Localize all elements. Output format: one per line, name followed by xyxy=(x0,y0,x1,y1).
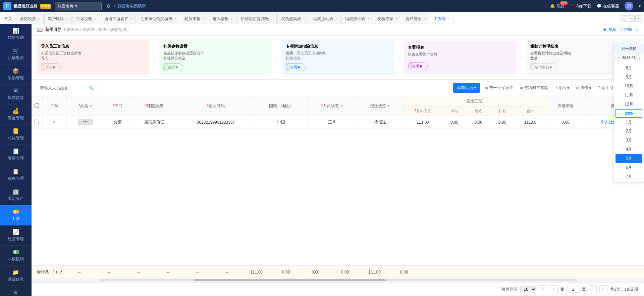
sidebar-label-资金管理: 资金管理 xyxy=(1,115,30,121)
tab-纳税统计表[interactable]: 纳税统计表 × xyxy=(341,13,373,24)
month-5-active[interactable]: 5月 xyxy=(615,154,642,163)
sidebar-item-库存核算[interactable]: 🗄 库存核算 xyxy=(0,85,32,104)
first-page-btn[interactable]: « xyxy=(539,285,547,293)
close-tab-引导说明[interactable]: × xyxy=(94,13,96,24)
close-tab-邀请下游[interactable]: × xyxy=(130,13,132,24)
month-4[interactable]: 4月 xyxy=(615,145,642,154)
tab-next-btn[interactable]: › xyxy=(628,15,635,22)
sidebar-item-小畅电商[interactable]: 🛒 小畅电商 xyxy=(0,44,32,65)
sidebar-label-采购管理: 采购管理 xyxy=(1,75,30,81)
guide-video-link[interactable]: ▶ 视频 xyxy=(603,27,616,33)
tab-税务申报[interactable]: 税务申报 × xyxy=(181,13,208,24)
sidebar-item-发票管理[interactable]: 🧾 发票管理 xyxy=(0,145,32,165)
per-page-select[interactable]: 10 20 50 xyxy=(520,286,536,293)
sidebar-item-系统管理[interactable]: ⚙ 系统管理 xyxy=(0,286,32,296)
tab-税负波动表[interactable]: 税负波动表 × xyxy=(277,13,309,24)
month-8[interactable]: 8月 xyxy=(615,64,642,73)
month-1[interactable]: 1月 xyxy=(615,118,642,127)
guide-close-button[interactable]: × xyxy=(636,27,639,33)
close-tab-纳税波动[interactable]: × xyxy=(335,13,337,24)
close-tab-所得税[interactable]: × xyxy=(271,13,273,24)
horizontal-scrollbar[interactable] xyxy=(32,278,644,282)
prev-page-btn[interactable]: ‹ xyxy=(550,285,558,293)
month-2[interactable]: 2月 xyxy=(615,127,642,136)
online-service-link[interactable]: 💬 在线客服 xyxy=(597,3,619,9)
month-3[interactable]: 3月 xyxy=(615,136,642,145)
header-nationality: 国籍（地区） xyxy=(255,96,308,116)
tab-close-all-btn[interactable]: × xyxy=(635,15,642,22)
close-tab-工资表[interactable]: × xyxy=(448,13,450,24)
report-filter-icon[interactable]: ▼ xyxy=(387,104,390,108)
sidebar-item-经营管理[interactable]: 📈 经营管理 xyxy=(0,225,32,246)
month-10[interactable]: 10月 xyxy=(615,82,642,91)
sidebar-item-小畅报销[interactable]: 💵 小畅报销 xyxy=(0,246,32,266)
last-page-btn[interactable]: » xyxy=(599,285,607,293)
close-tab-纳税统计[interactable]: × xyxy=(367,13,369,24)
download-label: App下载 xyxy=(576,3,591,9)
account-selector[interactable]: 账套名称 ▾ xyxy=(55,2,102,10)
tab-进入清册[interactable]: 进入清册 × xyxy=(209,13,236,24)
current-page-input[interactable] xyxy=(567,286,579,293)
month-9[interactable]: 9月 xyxy=(615,73,642,82)
tab-prev-btn[interactable]: ‹ xyxy=(621,15,627,22)
close-tab-税务申报[interactable]: × xyxy=(203,13,205,24)
month-next-btn[interactable]: ∨ xyxy=(637,55,642,61)
demo-button[interactable]: ○ 我要看实例演示 xyxy=(114,3,146,9)
month-year-label: 2023.05 xyxy=(622,56,636,60)
sidebar-item-税务管理[interactable]: 📋 税务管理 xyxy=(0,165,32,185)
tool-special-deduction[interactable]: ⊕ 专项附加扣除 xyxy=(518,84,550,92)
settings-icon[interactable]: ⚙ xyxy=(106,3,111,9)
tab-纳税波动表[interactable]: 纳税波动表 × xyxy=(310,13,341,24)
sidebar-item-销售管理[interactable]: 📊 销售管理 xyxy=(0,24,32,44)
sidebar-item-基础信息[interactable]: 📁 基础信息 xyxy=(0,266,32,286)
search-input[interactable] xyxy=(40,86,87,90)
tab-邀请下游客户[interactable]: 邀请下游客户 × xyxy=(101,13,136,24)
tab-home[interactable]: 首页 xyxy=(0,13,16,24)
guide-bar: 📖 新手引导 5步快速完成设置，快去完善信息吧～ ▶ 视频 ? 帮助 × xyxy=(32,24,644,36)
tab-税检专家[interactable]: 税检专家 × xyxy=(374,13,401,24)
month-prev-btn[interactable]: ∧ xyxy=(615,55,621,61)
close-tab-资产[interactable]: × xyxy=(424,13,426,24)
tool-export[interactable]: ↑ 导出 ▾ xyxy=(553,84,571,92)
close-tab-编码[interactable]: × xyxy=(174,13,176,24)
more-icon[interactable]: ▾ xyxy=(639,4,641,8)
close-tab-分层经营[interactable]: × xyxy=(38,13,40,24)
month-11[interactable]: 11月 xyxy=(615,91,642,100)
tool-operations[interactable]: ⊙ 操作 ▾ xyxy=(574,84,593,92)
tab-工资表[interactable]: 工资表 × xyxy=(430,13,453,24)
status-filter-icon[interactable]: ▼ xyxy=(340,104,343,108)
tab-分层经营[interactable]: 分层经营 × xyxy=(16,13,44,24)
tab-引导说明[interactable]: 引导说明 × xyxy=(72,13,100,24)
month-12[interactable]: 12月 xyxy=(615,100,642,109)
sidebar-item-工资[interactable]: 💴 工资 xyxy=(0,205,32,225)
tab-资产管理[interactable]: 资产管理 × xyxy=(402,13,429,24)
select-all-checkbox[interactable] xyxy=(35,103,39,108)
cell-basic-salary: 111.00 xyxy=(404,116,442,129)
close-tab-进入清册[interactable]: × xyxy=(231,13,233,24)
sidebar-item-固定资产[interactable]: 🏢 固定资产 xyxy=(0,185,32,205)
notification-button[interactable]: 🔔 消息 99+ xyxy=(550,3,565,9)
tab-客户联络[interactable]: 客户联络 × xyxy=(44,13,72,24)
close-tab-税负[interactable]: × xyxy=(303,13,305,24)
sidebar-item-资金管理[interactable]: 💰 资金管理 xyxy=(0,104,32,125)
cell-id-no: 36232199901223387 xyxy=(177,116,255,129)
month-6[interactable]: 6月 xyxy=(615,163,642,172)
search-icon[interactable]: 🔍 xyxy=(89,86,94,90)
idtype-required: * xyxy=(145,103,147,108)
row-checkbox[interactable] xyxy=(35,120,39,124)
add-person-button[interactable]: 添加人员 ▾ xyxy=(453,83,480,93)
name-sort-icon[interactable]: ⇅ xyxy=(90,104,92,108)
tool-social-security[interactable]: ⊕ 统一社保设置 xyxy=(483,84,515,92)
close-tab-税检[interactable]: × xyxy=(395,13,397,24)
sidebar-item-总账管理[interactable]: 📒 总账管理 xyxy=(0,125,32,145)
next-page-btn[interactable]: › xyxy=(589,285,597,293)
step1-desc: 人员信息及工资数据新增导入 xyxy=(41,51,145,61)
close-tab-客户联络[interactable]: × xyxy=(66,13,68,24)
avatar[interactable]: 用 xyxy=(625,2,633,10)
guide-help-link[interactable]: ? 帮助 xyxy=(621,27,632,33)
app-download-link[interactable]: 📱 App下载 xyxy=(570,3,591,9)
sidebar-item-采购管理[interactable]: 📦 采购管理 xyxy=(0,65,32,85)
month-7[interactable]: 7月 xyxy=(615,172,642,181)
tab-所得税汇算清缴[interactable]: 所得税汇算清缴 × xyxy=(237,13,277,24)
tab-往来单位商品编码[interactable]: 往来单位商品编码 × xyxy=(137,13,180,24)
